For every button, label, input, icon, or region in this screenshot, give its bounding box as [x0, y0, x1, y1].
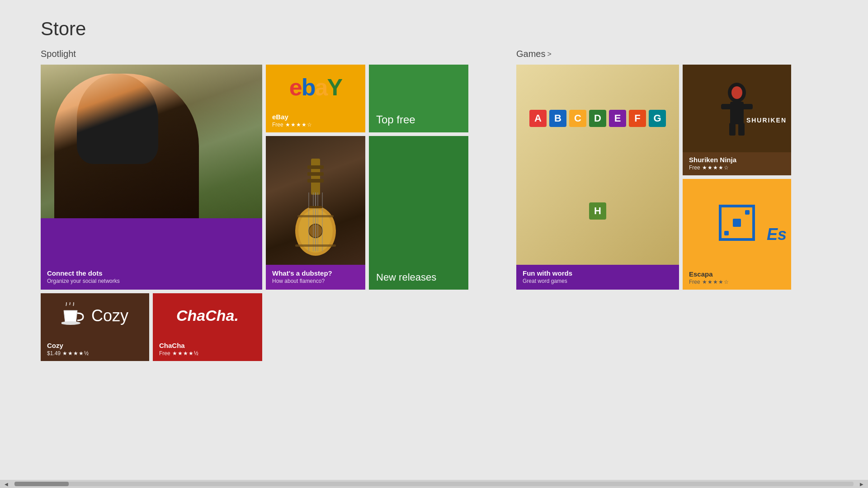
spotlight-main-tile[interactable]: Connect the dots Organize your social ne…: [41, 65, 262, 290]
shuriken-image-area: SHURIKEN: [683, 65, 791, 152]
ebay-name: eBay: [272, 113, 359, 121]
svg-rect-3: [307, 179, 324, 183]
letter-F: F: [629, 110, 646, 127]
spotlight-section: Spotlight Connect the dots: [41, 49, 468, 361]
shuriken-price-row: Free ★★★★☆: [689, 164, 785, 171]
shuriken-rating: ★★★★☆: [702, 164, 729, 171]
games-main-label: Fun with words Great word games: [516, 265, 679, 290]
guitar-name: What's a dubstep?: [272, 269, 359, 277]
ninja-icon: [717, 81, 757, 136]
letter-E: E: [609, 110, 626, 127]
games-image-area: A B C D E F G H: [516, 65, 679, 265]
cozy-label: Cozy $1.49 ★★★★½: [41, 338, 149, 361]
escapa-corner-dot-2: [724, 231, 729, 235]
ebay-price: Free: [272, 122, 283, 128]
letter-B: B: [549, 110, 566, 127]
cozy-price-row: $1.49 ★★★★½: [47, 350, 143, 357]
cozy-name: Cozy: [47, 342, 143, 349]
escapa-price-row: Free ★★★★☆: [689, 279, 785, 285]
letter-G: G: [649, 110, 666, 127]
escapa-dot: [733, 219, 741, 227]
svg-rect-14: [295, 244, 336, 247]
cozy-icon-area: [61, 302, 84, 329]
cozy-content: Cozy: [41, 293, 149, 338]
svg-rect-1: [307, 165, 324, 169]
guitar-icon: [288, 159, 343, 267]
escapa-label: Escapa Free ★★★★☆: [683, 267, 791, 290]
escapa-text: Es: [767, 225, 787, 244]
games-main-desc: Great word games: [523, 278, 673, 284]
cozy-brand-text: Cozy: [91, 306, 128, 325]
shuriken-text-overlay: SHURIKEN: [746, 117, 787, 124]
escapa-price: Free: [689, 279, 700, 285]
ebay-tile[interactable]: ebaY eBay Free ★★★★☆: [266, 65, 365, 132]
coffee-cup-icon: [61, 302, 84, 329]
guitar-tile[interactable]: What's a dubstep? How about flamenco?: [266, 136, 365, 290]
new-releases-tile[interactable]: New releases: [369, 136, 468, 290]
spotlight-title: Spotlight: [41, 49, 76, 59]
svg-rect-18: [721, 104, 732, 109]
svg-rect-21: [738, 123, 745, 136]
spotlight-main-desc: Organize your social networks: [47, 278, 256, 284]
games-title: Games: [516, 49, 545, 59]
games-main-tile[interactable]: A B C D E F G H Fun with words Great wor…: [516, 65, 679, 290]
letter-H: H: [589, 202, 606, 220]
svg-rect-13: [297, 215, 334, 217]
chacha-price-row: Free ★★★★½: [159, 350, 256, 357]
cozy-rating: ★★★★½: [62, 350, 89, 357]
shuriken-name: Shuriken Ninja: [689, 156, 785, 164]
letter-A: A: [529, 110, 547, 127]
guitar-label: What's a dubstep? How about flamenco?: [266, 265, 365, 290]
escapa-tile[interactable]: Es Escapa Free ★★★★☆: [683, 179, 791, 290]
spotlight-header: Spotlight: [41, 49, 468, 59]
shuriken-price: Free: [689, 164, 700, 171]
svg-rect-12: [309, 206, 322, 208]
svg-rect-0: [311, 159, 320, 195]
escapa-corner-dot: [745, 210, 750, 215]
games-title-link[interactable]: Games >: [516, 49, 552, 59]
games-section: Games > A B C D E F: [516, 49, 791, 290]
escapa-name: Escapa: [689, 270, 785, 278]
scroll-thumb[interactable]: [14, 482, 69, 486]
svg-rect-19: [741, 104, 753, 109]
letter-C: C: [569, 110, 586, 127]
guitar-desc: How about flamenco?: [272, 278, 359, 284]
scrollbar: ◀ ▶: [0, 480, 868, 488]
chacha-rating: ★★★★½: [172, 350, 199, 357]
chacha-tile[interactable]: ChaCha. ChaCha Free ★★★★½: [153, 293, 262, 361]
spotlight-main-label: Connect the dots Organize your social ne…: [41, 265, 262, 290]
main-content: Spotlight Connect the dots: [41, 49, 827, 361]
svg-rect-2: [307, 172, 324, 176]
spotlight-main-name: Connect the dots: [47, 269, 256, 277]
escapa-box-icon: [719, 205, 755, 241]
shuriken-tile[interactable]: SHURIKEN Shuriken Ninja Free ★★★★☆: [683, 65, 791, 175]
ebay-logo: ebaY: [289, 74, 342, 101]
games-right-col: SHURIKEN Shuriken Ninja Free ★★★★☆: [683, 65, 791, 290]
chacha-name: ChaCha: [159, 342, 256, 349]
ebay-logo-area: ebaY: [266, 65, 365, 109]
games-main-name: Fun with words: [523, 269, 673, 277]
chacha-brand-text: ChaCha.: [176, 307, 239, 324]
page-title: Store: [41, 18, 827, 40]
escapa-rating: ★★★★☆: [702, 279, 729, 285]
top-free-text: Top free: [376, 113, 415, 126]
games-header: Games >: [516, 49, 791, 59]
escapa-image-area: Es: [683, 179, 791, 267]
shuriken-label: Shuriken Ninja Free ★★★★☆: [683, 152, 791, 175]
top-free-tile[interactable]: Top free: [369, 65, 468, 132]
ebay-price-row: Free ★★★★☆: [272, 122, 359, 128]
new-releases-text: New releases: [376, 272, 436, 283]
ebay-label: eBay Free ★★★★☆: [266, 109, 365, 132]
svg-point-22: [731, 86, 742, 99]
scroll-left-arrow[interactable]: ◀: [0, 480, 13, 488]
svg-rect-20: [729, 123, 736, 136]
chacha-price: Free: [159, 350, 170, 357]
chacha-label: ChaCha Free ★★★★½: [153, 338, 262, 361]
scroll-track[interactable]: [14, 482, 854, 486]
letter-D: D: [589, 110, 606, 127]
ebay-rating: ★★★★☆: [285, 122, 312, 128]
svg-point-15: [61, 321, 80, 325]
cozy-price: $1.49: [47, 350, 61, 357]
scroll-right-arrow[interactable]: ▶: [855, 480, 868, 488]
cozy-tile[interactable]: Cozy Cozy $1.49 ★★★★½: [41, 293, 149, 361]
